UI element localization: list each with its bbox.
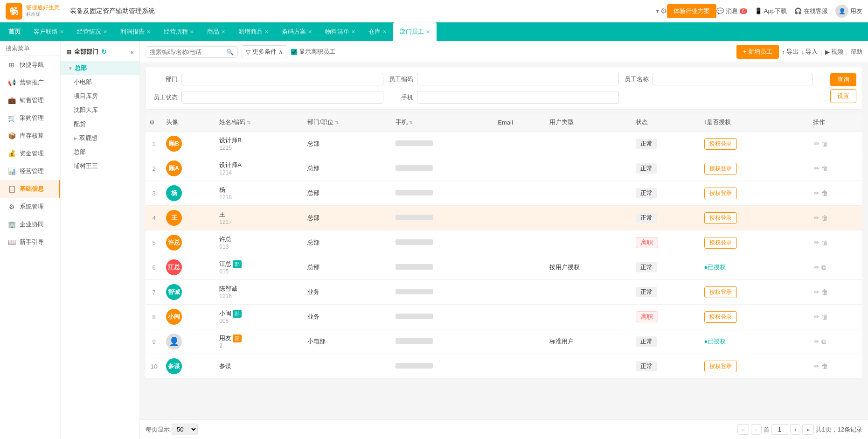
tab-customer[interactable]: 客户联络 ✕: [27, 22, 70, 41]
delete-icon[interactable]: 🗑: [821, 288, 828, 296]
delete-icon[interactable]: 🗑: [821, 189, 828, 197]
close-profit[interactable]: ✕: [146, 29, 151, 35]
delete-icon[interactable]: 🗑: [821, 214, 828, 222]
sidebar-item-enterprise[interactable]: 🏢 企业协同: [0, 216, 60, 233]
settings-icon[interactable]: ⚙: [660, 7, 667, 15]
emp-name-filter-input[interactable]: [653, 73, 812, 85]
set-button[interactable]: 设置: [830, 89, 856, 103]
emp-code-filter-input[interactable]: [417, 73, 619, 85]
sidebar-item-operation[interactable]: 📊 经营管理: [0, 162, 60, 180]
delete-icon[interactable]: 🗑: [821, 239, 828, 246]
dept-filter-select[interactable]: [181, 73, 383, 85]
delete-icon[interactable]: 🗑: [821, 165, 828, 172]
close-history[interactable]: ✕: [190, 29, 194, 35]
service-btn[interactable]: 🎧 在线客服: [794, 7, 828, 15]
dept-node-xiao-dian[interactable]: 小电部: [61, 75, 139, 89]
close-barcode[interactable]: ✕: [308, 29, 312, 35]
dept-node-shenyang[interactable]: 沈阳大库: [61, 103, 139, 117]
phone-filter-input[interactable]: [417, 91, 619, 104]
dept-tree-collapse-icon[interactable]: «: [131, 49, 134, 56]
sidebar-item-purchase[interactable]: 🛒 采购管理: [0, 109, 60, 127]
copy-icon[interactable]: ⧉: [821, 264, 826, 271]
add-employee-button[interactable]: + 新增员工: [736, 45, 779, 59]
trial-button[interactable]: 体验行业方案: [667, 4, 716, 18]
col-dept[interactable]: 部门/职位⇅: [304, 113, 392, 132]
auth-login-button[interactable]: 授权登录: [704, 311, 737, 323]
sidebar-item-marketing[interactable]: 📢 营销推广: [0, 74, 60, 91]
close-bom[interactable]: ✕: [351, 29, 355, 35]
sidebar-item-system[interactable]: ⚙ 系统管理: [0, 198, 60, 216]
sidebar-search-input[interactable]: [6, 45, 61, 52]
last-page-btn[interactable]: »: [802, 424, 814, 435]
message-btn[interactable]: 💬 消息 6: [716, 7, 747, 15]
delete-icon[interactable]: 🗑: [821, 313, 828, 321]
dept-node-pumiao[interactable]: 埔树王三: [61, 159, 139, 173]
close-department[interactable]: ✕: [426, 29, 430, 35]
tab-profit[interactable]: 利润报告 ✕: [114, 22, 157, 41]
tab-home[interactable]: 首页: [2, 22, 27, 41]
tab-add-goods[interactable]: 新增商品 ✕: [232, 22, 275, 41]
auth-login-button[interactable]: 授权登录: [704, 361, 737, 372]
edit-icon[interactable]: ✏: [814, 264, 819, 271]
app-download-btn[interactable]: 📱 App下载: [755, 7, 787, 15]
system-title-dropdown[interactable]: ▼: [655, 8, 660, 14]
delete-icon[interactable]: 🗑: [821, 140, 828, 147]
tab-barcode[interactable]: 条码方案 ✕: [275, 22, 319, 41]
dept-node-zongbu-root[interactable]: ▼ 总部: [61, 61, 139, 75]
next-page-btn[interactable]: ›: [790, 424, 800, 435]
tab-department[interactable]: 部门员工 ✕: [393, 22, 437, 41]
tab-warehouse[interactable]: 仓库 ✕: [362, 22, 393, 41]
status-filter-select[interactable]: [181, 91, 383, 104]
edit-icon[interactable]: ✏: [814, 140, 819, 147]
import-btn[interactable]: ↓ 导入: [801, 48, 818, 56]
dept-node-shuanglu[interactable]: ▶ 双鹿想: [61, 131, 139, 145]
search-icon[interactable]: 🔍: [226, 49, 234, 56]
col-name[interactable]: 姓名/编码⇅: [215, 113, 304, 132]
delete-icon[interactable]: 🗑: [821, 362, 828, 370]
tab-bom[interactable]: 物料清单 ✕: [319, 22, 362, 41]
edit-icon[interactable]: ✏: [814, 288, 819, 296]
sidebar-item-sales[interactable]: 💼 销售管理: [0, 91, 60, 109]
edit-icon[interactable]: ✏: [814, 338, 819, 345]
sidebar-item-finance[interactable]: 💰 资金管理: [0, 145, 60, 162]
dept-node-zongbu2[interactable]: 总部: [61, 145, 139, 159]
show-departed-label[interactable]: 显示离职员工: [291, 48, 335, 56]
tab-operation[interactable]: 经营情况 ✕: [70, 22, 114, 41]
view-btn[interactable]: ▶ 视频: [825, 48, 843, 56]
dept-tree-refresh-icon[interactable]: ↻: [101, 48, 107, 56]
close-customer[interactable]: ✕: [60, 29, 64, 35]
auth-login-button[interactable]: 授权登录: [704, 188, 737, 199]
sidebar-item-basic-info[interactable]: 📋 基础信息: [0, 180, 60, 198]
edit-icon[interactable]: ✏: [814, 189, 819, 197]
dept-node-peihuo[interactable]: 配货: [61, 117, 139, 131]
search-input[interactable]: [150, 49, 224, 56]
col-auth[interactable]: ℹ是否授权: [701, 113, 792, 132]
edit-icon[interactable]: ✏: [814, 362, 819, 370]
close-warehouse[interactable]: ✕: [382, 29, 387, 35]
edit-icon[interactable]: ✏: [814, 165, 819, 172]
sidebar-item-quick-nav[interactable]: ⊞ 快捷导航: [0, 56, 60, 74]
query-button[interactable]: 查询: [830, 73, 856, 86]
auth-login-button[interactable]: 授权登录: [704, 212, 737, 224]
auth-login-button[interactable]: 授权登录: [704, 237, 737, 249]
prev-page-btn[interactable]: ‹: [751, 424, 761, 435]
tab-goods[interactable]: 商品 ✕: [201, 22, 232, 41]
col-phone[interactable]: 手机⇅: [392, 113, 494, 132]
help-btn[interactable]: 帮助: [850, 48, 862, 56]
col-settings[interactable]: ⚙: [146, 113, 162, 132]
edit-icon[interactable]: ✏: [814, 313, 819, 321]
edit-icon[interactable]: ✏: [814, 239, 819, 246]
first-page-btn[interactable]: «: [737, 424, 749, 435]
export-btn[interactable]: ↑ 导出: [782, 48, 799, 56]
auth-login-button[interactable]: 授权登录: [704, 138, 737, 150]
sidebar-item-inventory[interactable]: 📦 库存核算: [0, 127, 60, 145]
auth-login-button[interactable]: 授权登录: [704, 286, 737, 298]
close-goods[interactable]: ✕: [221, 29, 225, 35]
tab-history[interactable]: 经营历程 ✕: [157, 22, 201, 41]
edit-icon[interactable]: ✏: [814, 214, 819, 222]
close-add-goods[interactable]: ✕: [264, 29, 269, 35]
dept-node-project[interactable]: 项目库房: [61, 89, 139, 103]
page-input[interactable]: [771, 424, 788, 435]
user-area[interactable]: 👤 用友: [835, 5, 862, 18]
copy-icon[interactable]: ⧉: [821, 338, 826, 345]
